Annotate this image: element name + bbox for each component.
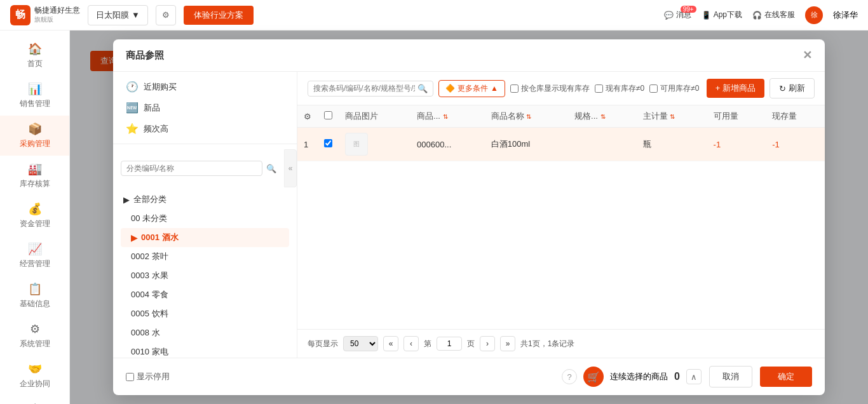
confirm-button[interactable]: 确定 bbox=[760, 367, 812, 387]
enterprise-icon: 🤝 bbox=[28, 362, 42, 376]
sidebar-label-finance: 资金管理 bbox=[20, 219, 50, 229]
sort-code-icon: ⇅ bbox=[443, 113, 448, 120]
logo-sub: 旗舰版 bbox=[34, 15, 80, 24]
disabled-check[interactable] bbox=[126, 373, 134, 381]
last-page-button[interactable]: » bbox=[500, 336, 515, 351]
row-name: 白酒100ml bbox=[485, 128, 568, 161]
row-code: 000600... bbox=[410, 128, 485, 161]
category-0005[interactable]: 0005 饮料 bbox=[121, 304, 289, 323]
search-icon[interactable]: 🔍 bbox=[417, 84, 428, 93]
data-table: ⚙ 商品图片 商品... ⇅ 商品名称 bbox=[297, 105, 825, 329]
sidebar-label-basics: 基础信息 bbox=[20, 299, 50, 309]
sidebar-item-guide[interactable]: 🎓 新手引导 bbox=[0, 396, 69, 404]
app-download-button[interactable]: 📱 App下载 bbox=[702, 10, 742, 20]
col-code-header[interactable]: 商品... ⇅ bbox=[410, 105, 485, 128]
available-ne-checkbox[interactable]: 可用库存≠0 bbox=[649, 83, 699, 94]
page-label: 第 bbox=[424, 339, 431, 349]
quick-frequent[interactable]: ⭐ 频次高 bbox=[121, 119, 289, 138]
show-disabled-checkbox[interactable]: 显示停用 bbox=[126, 371, 170, 382]
row-available: -1 bbox=[707, 128, 766, 161]
chevron-up-icon: ∧ bbox=[691, 372, 697, 382]
sidebar-item-finance[interactable]: 💰 资金管理 bbox=[0, 196, 69, 236]
sidebar-label-sales: 销售管理 bbox=[20, 98, 50, 109]
cancel-button[interactable]: 取消 bbox=[709, 366, 752, 387]
table-row[interactable]: 1 图 000600... 白酒100ml 瓶 bbox=[297, 128, 825, 161]
warehouse-stock-checkbox[interactable]: 按仓库显示现有库存 bbox=[510, 83, 590, 94]
more-filter-button[interactable]: 🔶 更多条件 ▲ bbox=[438, 80, 505, 97]
quick-recent-purchase[interactable]: 🕐 近期购买 bbox=[121, 77, 289, 97]
next-page-button[interactable]: › bbox=[480, 336, 495, 351]
select-all-checkbox[interactable] bbox=[324, 111, 332, 119]
category-0004[interactable]: 0004 零食 bbox=[121, 285, 289, 304]
row-image: 图 bbox=[339, 128, 410, 161]
gear-button[interactable]: ⚙ bbox=[156, 5, 176, 25]
category-all[interactable]: ▶ 全部分类 bbox=[121, 190, 289, 209]
sidebar-item-basics[interactable]: 📋 基础信息 bbox=[0, 276, 69, 316]
add-product-button[interactable]: + 新增商品 bbox=[707, 79, 764, 98]
filter-icon: 🔶 bbox=[445, 84, 455, 93]
col-name-header[interactable]: 商品名称 ⇅ bbox=[485, 105, 568, 128]
stock-ne-checkbox[interactable]: 现有库存≠0 bbox=[595, 83, 644, 94]
category-0003[interactable]: 0003 水果 bbox=[121, 266, 289, 285]
home-icon: 🏠 bbox=[28, 42, 42, 56]
category-00-label: 00 未分类 bbox=[131, 213, 167, 224]
refresh-icon: ↻ bbox=[779, 84, 786, 93]
prev-page-button[interactable]: ‹ bbox=[403, 336, 419, 351]
page-number-input[interactable] bbox=[437, 337, 462, 351]
row-select-checkbox[interactable] bbox=[324, 139, 332, 147]
warehouse-name: 日太阳膜 bbox=[96, 10, 129, 21]
category-0010[interactable]: 0010 家电 bbox=[121, 342, 289, 358]
category-0001[interactable]: ▶ 0001 酒水 bbox=[121, 228, 289, 247]
close-button[interactable]: ✕ bbox=[803, 48, 812, 62]
sort-name-icon: ⇅ bbox=[526, 113, 531, 120]
col-unit-header[interactable]: 主计量 ⇅ bbox=[637, 105, 707, 128]
operations-icon: 📈 bbox=[28, 242, 42, 256]
sidebar-item-sales[interactable]: 📊 销售管理 bbox=[0, 76, 69, 116]
help-button[interactable]: ? bbox=[562, 369, 577, 384]
online-service-button[interactable]: 🎧 在线客服 bbox=[752, 10, 795, 20]
cart-icon-symbol: 🛒 bbox=[587, 371, 600, 383]
total-info: 共1页，1条记录 bbox=[520, 339, 574, 349]
warehouse-stock-check[interactable] bbox=[510, 84, 519, 93]
messages-button[interactable]: 💬 消息 99+ bbox=[664, 10, 691, 20]
product-search-input[interactable] bbox=[313, 84, 415, 93]
row-spec bbox=[568, 128, 637, 161]
modal-overlay: 商品参照 ✕ 🕐 近期购买 🆕 bbox=[70, 30, 868, 404]
refresh-button[interactable]: ↻ 刷新 bbox=[770, 78, 815, 98]
category-00[interactable]: 00 未分类 bbox=[121, 209, 289, 228]
sidebar-item-enterprise[interactable]: 🤝 企业协同 bbox=[0, 356, 69, 396]
sidebar-item-home[interactable]: 🏠 首页 bbox=[0, 36, 69, 76]
sidebar: 🏠 首页 📊 销售管理 📦 采购管理 🏭 库存核算 💰 资金管理 📈 经营管理 … bbox=[0, 30, 70, 404]
collapse-panel-button[interactable]: « bbox=[284, 149, 297, 187]
sidebar-item-inventory[interactable]: 🏭 库存核算 bbox=[0, 156, 69, 196]
dialog-header: 商品参照 ✕ bbox=[113, 39, 825, 72]
product-thumbnail: 图 bbox=[345, 133, 368, 156]
settings-icon[interactable]: ⚙ bbox=[304, 112, 311, 121]
sidebar-label-home: 首页 bbox=[27, 58, 43, 69]
quick-new-products[interactable]: 🆕 新品 bbox=[121, 98, 289, 118]
cart-button[interactable]: 🛒 bbox=[583, 367, 604, 387]
gear-icon: ⚙ bbox=[162, 10, 170, 20]
sidebar-item-system[interactable]: ⚙ 系统管理 bbox=[0, 316, 69, 356]
app-download-label: App下载 bbox=[714, 10, 742, 20]
sidebar-item-operations[interactable]: 📈 经营管理 bbox=[0, 236, 69, 276]
search-icon[interactable]: 🔍 bbox=[266, 164, 276, 173]
collapse-cart-button[interactable]: ∧ bbox=[686, 369, 702, 384]
first-page-button[interactable]: « bbox=[383, 336, 398, 351]
sidebar-item-purchase[interactable]: 📦 采购管理 bbox=[0, 116, 69, 156]
trial-button[interactable]: 体验行业方案 bbox=[184, 6, 254, 25]
page-size-select[interactable]: 50 10 20 100 bbox=[343, 336, 378, 351]
content-area: 查询 设置 刷新 商品参照 ✕ bbox=[70, 30, 868, 404]
category-0008[interactable]: 0008 水 bbox=[121, 323, 289, 342]
avatar[interactable]: 徐 bbox=[805, 6, 823, 24]
row-stock: -1 bbox=[766, 128, 825, 161]
col-spec-header[interactable]: 规格... ⇅ bbox=[568, 105, 637, 128]
question-icon: ? bbox=[567, 372, 571, 382]
stock-ne-check[interactable] bbox=[595, 84, 603, 93]
category-0002[interactable]: 0002 茶叶 bbox=[121, 247, 289, 266]
category-search-input[interactable] bbox=[121, 161, 262, 176]
search-box: 🔍 bbox=[308, 81, 433, 97]
available-ne-check[interactable] bbox=[649, 84, 658, 93]
category-0008-label: 0008 水 bbox=[131, 327, 160, 339]
warehouse-selector[interactable]: 日太阳膜 ▼ bbox=[88, 5, 148, 25]
